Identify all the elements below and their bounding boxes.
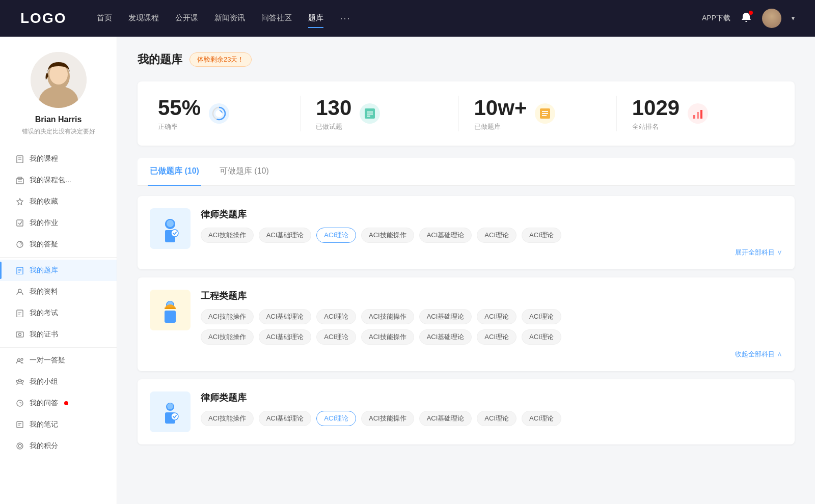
avatar-face-image [31,52,87,108]
qbank-tag[interactable]: ACI基础理论 [419,411,472,426]
qbank-tag[interactable]: ACI理论 [477,309,517,324]
sidebar-item-my-qa[interactable]: ? 我的问答 [0,393,117,414]
nav-open-course[interactable]: 公开课 [175,11,198,26]
qbank-1-title: 律师类题库 [201,208,782,220]
qbank-tag[interactable]: ACI技能操作 [201,411,254,426]
avatar-image [762,9,781,28]
nav-news[interactable]: 新闻资讯 [214,11,245,26]
qbank-tag[interactable]: ACI理论 [522,309,561,324]
main-content: 我的题库 体验剩余23天！ 55% 正确率 [117,37,815,504]
sidebar-item-qbank[interactable]: 我的题库 [0,260,117,281]
qbank-card-3: 律师类题库 ACI技能操作 ACI基础理论 ACI理论 ACI技能操作 ACI基… [138,379,795,444]
svg-rect-17 [17,310,23,317]
svg-point-21 [19,333,21,336]
qbank-tag[interactable]: ACI基础理论 [419,228,472,243]
qbank-tag-active[interactable]: ACI理论 [316,411,356,426]
svg-point-16 [18,289,21,292]
engineer-icon [156,296,184,324]
sidebar-item-my-course[interactable]: 我的课程 [0,148,117,170]
qbank-tag[interactable]: ACI理论 [316,309,356,324]
sidebar-item-certificate[interactable]: 我的证书 [0,324,117,345]
tab-available-banks[interactable]: 可做题库 (10) [218,158,271,185]
stat-accuracy: 55% 正确率 [158,96,301,131]
sidebar-item-label: 我的问答 [30,399,58,408]
svg-point-33 [18,444,21,447]
points-icon [15,441,24,451]
qbank-tag[interactable]: ACI技能操作 [361,329,414,345]
tab-done-banks[interactable]: 已做题库 (10) [148,158,201,185]
lawyer-icon [156,215,184,242]
sidebar-item-points[interactable]: 我的积分 [0,435,117,457]
qbank-tag[interactable]: ACI基础理论 [259,228,312,243]
sidebar-item-label: 我的题库 [30,266,58,275]
pie-chart-icon [212,106,226,121]
sidebar-item-label: 我的积分 [30,441,58,451]
qbank-tag[interactable]: ACI理论 [477,228,517,243]
trial-badge: 体验剩余23天！ [189,52,252,67]
nav-qa[interactable]: 问答社区 [261,11,292,26]
stat-qdone-icon [360,103,380,124]
svg-marker-6 [17,199,23,205]
user-dropdown-arrow[interactable]: ▾ [792,15,795,22]
sidebar-item-qa[interactable]: ? 我的答疑 [0,234,117,255]
qbank-tag[interactable]: ACI理论 [316,329,356,345]
qbank-tag[interactable]: ACI理论 [522,228,561,243]
qbank-tag[interactable]: ACI理论 [477,329,517,345]
homework-icon [15,218,24,228]
sidebar-item-favorites[interactable]: 我的收藏 [0,191,117,212]
qbank-tag[interactable]: ACI理论 [477,411,517,426]
svg-rect-37 [365,108,375,119]
nav-discover[interactable]: 发现课程 [128,11,159,26]
qbank-tag[interactable]: ACI基础理论 [259,329,312,345]
qbank-2-content: 工程类题库 ACI技能操作 ACI基础理论 ACI理论 ACI技能操作 ACI基… [201,290,782,359]
qbank-2-expand[interactable]: 收起全部科目 ∧ [201,350,782,359]
qbank-tag-active[interactable]: ACI理论 [316,228,356,243]
sidebar-item-label: 我的收藏 [30,197,58,206]
svg-point-22 [18,359,20,361]
sidebar-item-course-pack[interactable]: 我的课程包... [0,170,117,191]
qbank-tag[interactable]: ACI技能操作 [361,309,414,324]
qbank-tag[interactable]: ACI技能操作 [201,329,254,345]
qbank-tag[interactable]: ACI技能操作 [201,228,254,243]
sidebar-item-exam[interactable]: 我的考试 [0,302,117,324]
notification-dot [749,11,753,15]
qbank-1-expand[interactable]: 展开全部科目 ∨ [201,248,782,257]
sidebar-motto: 错误的决定比没有决定要好 [12,127,105,136]
favorites-icon [15,197,24,206]
nav-more[interactable]: ··· [340,11,350,26]
stat-bdone-label: 已做题库 [474,122,527,131]
qbank-tag[interactable]: ACI理论 [522,329,561,345]
user-avatar[interactable] [762,9,781,28]
nav-qbank[interactable]: 题库 [308,11,323,26]
qbank-tag[interactable]: ACI理论 [522,411,561,426]
qbank-icon [15,266,24,275]
qbank-tag[interactable]: ACI技能操作 [201,309,254,324]
stat-ranking: 1029 全站排名 [617,96,774,131]
qbank-tag[interactable]: ACI基础理论 [259,411,312,426]
app-download-link[interactable]: APP下载 [702,14,730,23]
svg-point-24 [19,379,21,382]
nav-home[interactable]: 首页 [97,11,112,26]
logo: LOGO [20,10,66,26]
stat-qdone-label: 已做试题 [316,122,351,131]
sidebar-item-group[interactable]: 我的小组 [0,371,117,393]
stat-bdone-values: 10w+ 已做题库 [474,96,527,131]
svg-rect-57 [165,307,176,309]
svg-point-32 [17,443,23,449]
qbank-tag[interactable]: ACI技能操作 [361,411,414,426]
qbank-tag[interactable]: ACI技能操作 [361,228,414,243]
stat-qdone-number: 130 [316,96,351,120]
sidebar-item-notes[interactable]: 我的笔记 [0,414,117,435]
sidebar-item-1on1[interactable]: 一对一答疑 [0,350,117,371]
stat-rank-values: 1029 全站排名 [632,96,680,131]
top-navigation: LOGO 首页 发现课程 公开课 新闻资讯 问答社区 题库 ··· APP下载 … [0,0,815,37]
notification-bell[interactable] [741,12,752,25]
sidebar-item-homework[interactable]: 我的作业 [0,212,117,234]
qbank-tag[interactable]: ACI基础理论 [259,309,312,324]
qbank-tag[interactable]: ACI基础理论 [419,329,472,345]
sidebar-item-profile[interactable]: 我的资料 [0,281,117,302]
qbank-2-title: 工程类题库 [201,290,782,302]
qbank-2-icon-wrap [150,290,191,330]
svg-rect-4 [18,177,22,179]
qbank-tag[interactable]: ACI基础理论 [419,309,472,324]
